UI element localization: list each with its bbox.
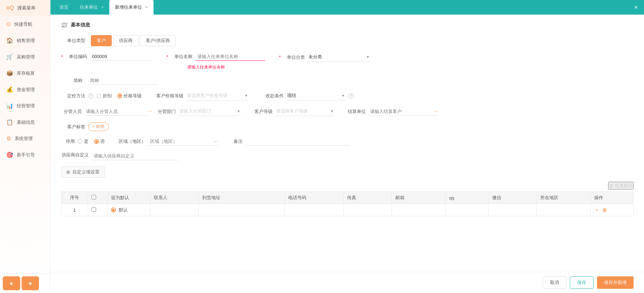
- sidebar-item-finance[interactable]: 💰 资金管理: [0, 81, 50, 98]
- payment-terms-select[interactable]: 现结 ▼: [286, 91, 346, 100]
- td-phone[interactable]: [284, 204, 344, 216]
- sidebar-label-search: 搜索菜单: [17, 5, 36, 11]
- tab-partners[interactable]: 往来单位 ×: [74, 0, 109, 15]
- region-input-group: ···: [149, 137, 218, 146]
- sidebar-item-search[interactable]: ≡Q 搜索菜单: [0, 0, 50, 16]
- unit-code-label: 单位编码: [66, 54, 87, 60]
- settlement-label: 结算单位: [345, 108, 366, 115]
- payment-terms-help-icon[interactable]: ?: [348, 93, 354, 99]
- manager-dots[interactable]: ···: [147, 108, 152, 114]
- settlement-dots[interactable]: ···: [434, 108, 438, 114]
- th-seq: 序号: [61, 192, 88, 204]
- region-input[interactable]: [149, 137, 212, 145]
- area-input[interactable]: [540, 207, 587, 213]
- btn-both[interactable]: 客户/供应商: [140, 35, 176, 46]
- sidebar-item-inventory[interactable]: 📦 库存核算: [0, 65, 50, 81]
- unit-category-group: * 单位分类 未分类 ▼: [279, 52, 370, 62]
- supplier-custom-input[interactable]: [92, 152, 179, 160]
- unit-name-input[interactable]: [195, 52, 265, 61]
- short-name-input[interactable]: [88, 76, 158, 85]
- select-all-checkbox[interactable]: [92, 195, 96, 200]
- sidebar-item-purchase[interactable]: 🛒 采购管理: [0, 49, 50, 65]
- add-row-btn[interactable]: +: [596, 207, 598, 213]
- tab-new-partner-close[interactable]: ×: [146, 5, 148, 10]
- sidebar-item-guide[interactable]: 🎯 新手引导: [0, 147, 50, 163]
- sidebar-footer-btn2[interactable]: ◉: [22, 276, 39, 290]
- td-email[interactable]: [392, 204, 445, 216]
- td-area[interactable]: [537, 204, 590, 216]
- cancel-button[interactable]: 取消: [543, 276, 566, 289]
- td-checkbox[interactable]: [88, 204, 108, 216]
- radio-price-level[interactable]: 价格等级: [117, 93, 142, 99]
- settlement-input[interactable]: [369, 107, 432, 115]
- unit-category-label: 单位分类: [284, 54, 305, 60]
- btn-supplier[interactable]: 供应商: [113, 35, 139, 46]
- section-icon: 📰: [61, 22, 68, 28]
- tab-home[interactable]: 首页: [54, 0, 74, 15]
- cust-tag-label: 客户标签: [61, 124, 85, 130]
- unit-category-select[interactable]: 未分类 ▼: [308, 52, 370, 62]
- th-area: 所在地区: [537, 192, 590, 204]
- th-phone: 电话号码: [284, 192, 344, 204]
- address-input[interactable]: [202, 207, 281, 213]
- sidebar-footer-btn1[interactable]: ◉: [3, 276, 20, 290]
- pricing-help-icon[interactable]: ?: [88, 93, 94, 99]
- row-checkbox[interactable]: [92, 207, 96, 212]
- qq-input[interactable]: [449, 207, 485, 213]
- wechat-input[interactable]: [492, 207, 533, 213]
- td-wechat[interactable]: [488, 204, 537, 216]
- td-qq[interactable]: [446, 204, 488, 216]
- settlement-input-group: ···: [369, 107, 438, 116]
- cust-level-label: 客户等级: [252, 108, 273, 115]
- td-fax[interactable]: [344, 204, 392, 216]
- price-level-chevron: ▼: [244, 93, 248, 98]
- save-button[interactable]: 保存: [570, 276, 594, 289]
- sidebar-item-system[interactable]: ⚙ 系统管理: [0, 130, 50, 147]
- fax-input[interactable]: [347, 207, 388, 213]
- radio-yes[interactable]: 是: [78, 138, 88, 145]
- email-input[interactable]: [395, 207, 442, 213]
- basic-icon: 📋: [6, 119, 13, 125]
- unit-type-label: 单位类型: [61, 38, 85, 44]
- td-address[interactable]: [198, 204, 284, 216]
- radio-no[interactable]: 否: [94, 138, 105, 145]
- contact-input[interactable]: [154, 207, 195, 213]
- unit-code-input[interactable]: [90, 52, 152, 61]
- phone-input[interactable]: [288, 207, 340, 213]
- tab-partners-close[interactable]: ×: [101, 5, 104, 10]
- remark-input[interactable]: [245, 137, 350, 146]
- supplier-custom-label: 供应商自定义: [61, 152, 89, 158]
- dept-select[interactable]: 请输入分管部门 ▼: [179, 107, 241, 116]
- default-radio[interactable]: 默认: [111, 207, 147, 213]
- sidebar-item-sales[interactable]: 🏠 销售管理: [0, 32, 50, 49]
- delete-row-btn[interactable]: 🗑: [602, 207, 607, 213]
- region-dots[interactable]: ···: [214, 138, 218, 145]
- sidebar-footer: ◉ ◉: [0, 273, 50, 293]
- add-tag-button[interactable]: + 标签: [88, 122, 109, 131]
- sidebar-item-quick-nav[interactable]: ⊙ 快捷导航: [0, 16, 50, 32]
- price-level-select[interactable]: 请选择客户价格等级 ▼: [186, 91, 249, 100]
- th-action: 操作: [590, 192, 633, 204]
- save-and-new-button[interactable]: 保存并新增: [597, 276, 634, 289]
- batch-delete-btn[interactable]: 🗑 批量删除: [608, 182, 634, 189]
- custom-settings-btn[interactable]: ⚙ 自定义项设置: [61, 166, 105, 178]
- page-content: 📰 基本信息 单位类型 客户 供应商 客户/供应商 * 单位编码: [50, 15, 644, 272]
- td-contact[interactable]: [150, 204, 199, 216]
- btn-customer[interactable]: 客户: [91, 35, 112, 46]
- close-all-tabs[interactable]: ×: [631, 4, 641, 11]
- action-bar: 取消 保存 保存并新增: [50, 272, 644, 293]
- sidebar-item-operations[interactable]: 📊 经营管理: [0, 98, 50, 114]
- radio-discount[interactable]: 折扣: [96, 93, 112, 99]
- manager-input[interactable]: [85, 107, 146, 115]
- tab-home-label: 首页: [60, 4, 69, 10]
- home-icon: ⊙: [6, 21, 11, 27]
- tab-new-partner[interactable]: 新增往来单位 ×: [109, 0, 154, 15]
- radio-price-level-label: 价格等级: [124, 93, 142, 99]
- sidebar-item-basic[interactable]: 📋 基础信息: [0, 114, 50, 130]
- th-checkbox: [88, 192, 108, 204]
- sidebar-label-basic: 基础信息: [17, 119, 35, 125]
- cust-level-select[interactable]: 请选择客户等级 ▼: [275, 107, 335, 116]
- disable-radio-group: 是 否: [78, 138, 105, 145]
- radio-yes-label: 是: [84, 138, 88, 145]
- th-wechat: 微信: [488, 192, 537, 204]
